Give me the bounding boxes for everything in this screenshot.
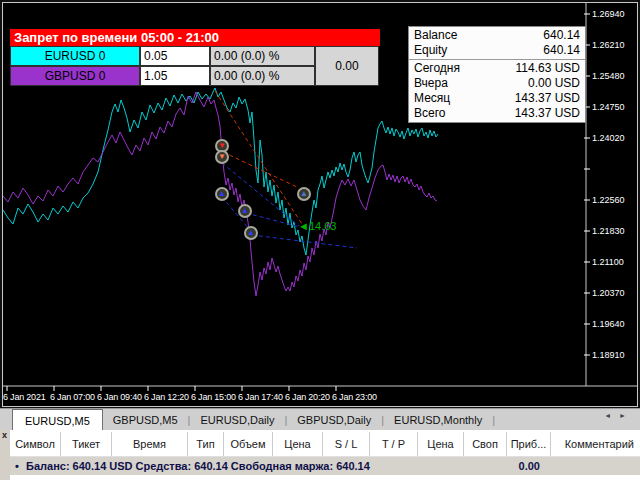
account-row-value: 0.00 USD — [528, 76, 580, 91]
chart-tab-eurusd-m5[interactable]: EURUSD,M5 — [12, 409, 103, 431]
account-panel-row: Сегодня114.63 USD — [409, 61, 585, 76]
terminal-column-header[interactable]: T / P — [370, 432, 418, 456]
buy-arrow-glyph: ▲ — [218, 190, 226, 198]
time-axis-label: 6 Jan 23:00 — [332, 392, 377, 402]
terminal-header-row: СимволТикетВремяТипОбъемЦенаS / LT / PЦе… — [10, 432, 640, 457]
account-panel-row: Всего143.37 USD — [409, 106, 585, 121]
buy-marker-icon[interactable]: ▲ — [244, 226, 258, 240]
balance-bullet-icon: • — [15, 457, 19, 475]
price-axis-label: 1.26210 — [592, 40, 625, 50]
time-axis-label: 6 Jan 2021 — [3, 392, 46, 402]
price-axis-label: 1.21830 — [592, 226, 625, 236]
price-axis-label: 1.24750 — [592, 102, 625, 112]
time-axis-label: 6 Jan 15:00 — [191, 392, 236, 402]
account-panel-row: Вчера0.00 USD — [409, 76, 585, 91]
account-row-value: 640.14 — [543, 43, 580, 58]
price-axis-label: 1.22560 — [592, 195, 625, 205]
buy-arrow-glyph: ▲ — [241, 207, 249, 215]
account-row-value: 114.63 USD — [516, 61, 580, 76]
account-row-label: Всего — [414, 106, 445, 121]
symbol-cell-eurusd: EURUSD 0 — [10, 46, 140, 66]
price-axis-label: 1.24020 — [592, 133, 625, 143]
total-cell: 0.00 — [315, 46, 379, 86]
price-axis-label: 1.26940 — [592, 9, 625, 19]
time-axis-label: 6 Jan 17:40 — [238, 392, 283, 402]
tab-scroll-left-icon[interactable]: ◄ — [604, 412, 619, 419]
symbols-table: EURUSD 0 0.05 0.00 (0.0) % 0.00 GBPUSD 0… — [10, 46, 379, 86]
profit-periods-group: Сегодня114.63 USDВчера0.00 USDМесяц143.3… — [409, 59, 585, 122]
time-axis-label: 6 Jan 12:20 — [144, 392, 189, 402]
sell-arrow-glyph: ▼ — [218, 142, 226, 150]
tab-separator: | — [492, 409, 495, 431]
sell-marker-icon[interactable]: ▼ — [215, 150, 229, 164]
close-profit-value: 14.63 — [309, 220, 337, 232]
terminal-column-header[interactable]: Цена — [418, 432, 464, 456]
terminal-column-header[interactable]: Тип — [188, 432, 224, 456]
terminal-side-strip: x — [0, 430, 10, 480]
lot-value-eurusd: 0.05 — [140, 46, 210, 66]
account-row-value: 640.14 — [543, 28, 580, 43]
terminal-column-header[interactable]: Объем — [224, 432, 273, 456]
chart-tab-eurusd-monthly[interactable]: EURUSD,Monthly — [384, 409, 492, 431]
price-axis-label: 1.21100 — [592, 257, 624, 267]
buy-arrow-glyph: ▲ — [247, 229, 255, 237]
tab-scroll-buttons[interactable]: ◄► — [604, 412, 634, 419]
account-row-label: Сегодня — [414, 61, 460, 76]
account-row-label: Equity — [414, 43, 447, 58]
time-axis-label: 6 Jan 07:00 — [50, 392, 95, 402]
terminal-column-header[interactable]: Цена — [273, 432, 323, 456]
buy-marker-icon[interactable]: ▲ — [215, 187, 229, 201]
account-row-value: 143.37 USD — [515, 91, 580, 106]
price-axis-label: 1.19640 — [592, 319, 625, 329]
chart-tab-eurusd-daily[interactable]: EURUSD,Daily — [190, 409, 284, 431]
terminal-balance-row[interactable]: • Баланс: 640.14 USD Средства: 640.14 Св… — [10, 457, 640, 475]
account-info-panel: Balance640.14Equity640.14 Сегодня114.63 … — [408, 26, 586, 123]
time-axis-label: 6 Jan 20:20 — [285, 392, 330, 402]
lot-value-gbpusd: 1.05 — [140, 66, 210, 86]
price-axis-label: 1.20370 — [592, 288, 625, 298]
terminal-column-header[interactable]: Своп — [464, 432, 507, 456]
account-panel-row: Equity640.14 — [409, 43, 585, 58]
price-axis-label: 1.25480 — [592, 71, 625, 81]
tab-scroll-right-icon[interactable]: ► — [619, 412, 634, 419]
balance-summary-text: Баланс: 640.14 USD Средства: 640.14 Своб… — [26, 457, 370, 475]
terminal-column-header[interactable]: S / L — [323, 432, 370, 456]
account-panel-row: Месяц143.37 USD — [409, 91, 585, 106]
chart-tab-bar: EURUSD,M5GBPUSD,M5|EURUSD,Daily|GBPUSD,D… — [0, 408, 640, 431]
symbol-cell-gbpusd: GBPUSD 0 — [10, 66, 140, 86]
account-row-label: Balance — [414, 28, 457, 43]
terminal-panel: x СимволТикетВремяТипОбъемЦенаS / LT / P… — [0, 430, 640, 480]
terminal-close-button[interactable]: x — [2, 430, 7, 440]
time-axis-label: 6 Jan 09:40 — [97, 392, 142, 402]
balance-equity-group: Balance640.14Equity640.14 — [409, 27, 585, 59]
buy-marker-icon[interactable]: ▲ — [297, 187, 311, 201]
account-row-label: Вчера — [414, 76, 448, 91]
account-row-label: Месяц — [414, 91, 450, 106]
chart-tab-gbpusd-daily[interactable]: GBPUSD,Daily — [287, 409, 381, 431]
buy-marker-icon[interactable]: ▲ — [238, 204, 252, 218]
close-arrow-icon: ◄ — [298, 220, 309, 232]
balance-profit-value: 0.00 — [497, 457, 543, 475]
terminal-column-header[interactable]: Время — [112, 432, 188, 456]
terminal-column-header[interactable]: Комментарий — [551, 432, 640, 456]
terminal-column-header[interactable]: Символ — [10, 432, 61, 456]
terminal-column-header[interactable]: Приб... — [507, 432, 551, 456]
sell-arrow-glyph: ▼ — [218, 153, 226, 161]
trade-close-label: ◄14.63 — [298, 221, 336, 232]
chart-tab-gbpusd-m5[interactable]: GBPUSD,M5 — [103, 409, 188, 431]
account-row-value: 143.37 USD — [515, 106, 580, 121]
percent-cell-eurusd: 0.00 (0.0) % — [210, 46, 315, 66]
mt4-window: 1.269401.262101.254801.247501.240201.225… — [0, 0, 640, 480]
buy-arrow-glyph: ▲ — [300, 190, 308, 198]
account-panel-row: Balance640.14 — [409, 28, 585, 43]
percent-cell-gbpusd: 0.00 (0.0) % — [210, 66, 315, 86]
time-restriction-banner: Запрет по времени 05:00 - 21:00 — [10, 29, 380, 46]
price-axis-label: 1.18910 — [592, 350, 625, 360]
terminal-column-header[interactable]: Тикет — [61, 432, 112, 456]
